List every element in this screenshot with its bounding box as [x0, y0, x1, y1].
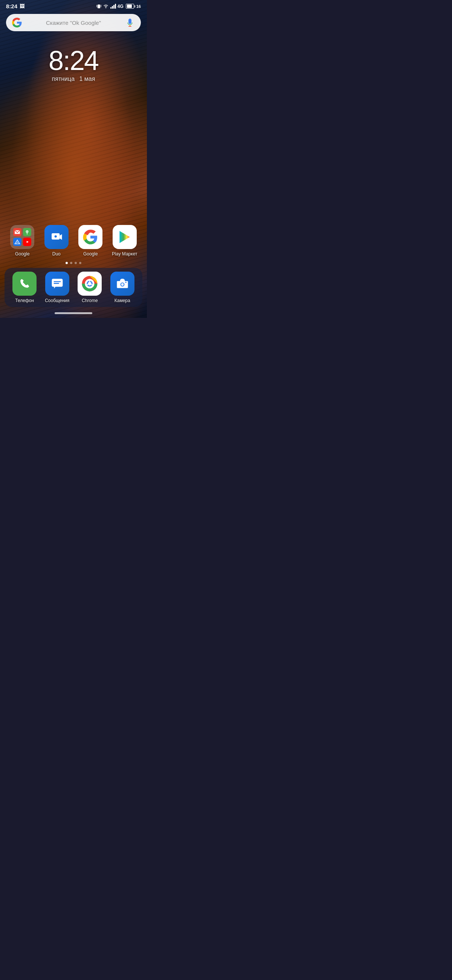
dock-app-grid: Телефон Сообщения — [8, 272, 139, 303]
dot-3[interactable] — [75, 262, 77, 264]
app-phone[interactable]: Телефон — [9, 272, 40, 303]
folder-youtube — [23, 238, 31, 246]
svg-rect-0 — [97, 5, 100, 8]
svg-point-9 — [27, 231, 28, 232]
app-google-folder[interactable]: Google — [6, 225, 39, 256]
app-label-play-market: Play Маркет — [112, 251, 137, 256]
messages-icon — [45, 272, 69, 296]
vibrate-icon — [96, 4, 101, 9]
dot-1[interactable] — [65, 262, 68, 264]
svg-rect-6 — [129, 25, 130, 26]
svg-point-26 — [121, 283, 123, 286]
image-icon: 🖼 — [19, 3, 24, 9]
camera-icon — [110, 272, 134, 296]
svg-point-27 — [125, 282, 126, 283]
clock-date-text: 1 мая — [80, 76, 95, 82]
clock-date: пятница 1 мая — [52, 76, 95, 83]
app-label-google-folder: Google — [15, 251, 30, 256]
dot-4[interactable] — [79, 262, 81, 264]
dock: Телефон Сообщения — [5, 268, 142, 307]
folder-maps — [23, 228, 31, 236]
app-label-chrome: Chrome — [82, 298, 98, 303]
app-chrome[interactable]: Chrome — [74, 272, 105, 303]
svg-rect-1 — [96, 5, 97, 6]
chrome-icon — [78, 272, 102, 296]
google-app-icon — [78, 225, 102, 249]
svg-rect-7 — [128, 26, 131, 27]
dot-2[interactable] — [70, 262, 72, 264]
clock-area: 8:24 пятница 1 мая — [0, 36, 147, 225]
clock-time: 8:24 — [49, 47, 98, 74]
app-messages[interactable]: Сообщения — [42, 272, 73, 303]
app-duo[interactable]: Duo — [40, 225, 73, 256]
svg-rect-13 — [52, 279, 62, 287]
folder-gmail — [13, 228, 21, 236]
svg-point-19 — [88, 282, 91, 285]
svg-rect-3 — [101, 5, 101, 6]
app-camera[interactable]: Камера — [107, 272, 138, 303]
svg-point-12 — [54, 235, 56, 237]
app-play-market[interactable]: Play Маркет — [109, 225, 141, 256]
battery-icon — [126, 4, 134, 9]
app-label-duo: Duo — [52, 251, 61, 256]
search-placeholder[interactable]: Скажите "Ok Google" — [26, 19, 121, 26]
app-grid-area: Google Duo — [0, 225, 147, 256]
page-dots — [0, 256, 147, 268]
search-bar[interactable]: Скажите "Ok Google" — [6, 14, 141, 31]
phone-icon — [13, 272, 37, 296]
battery-level: 16 — [136, 4, 141, 9]
clock-day: пятница — [52, 76, 75, 82]
wifi-icon — [103, 4, 109, 9]
svg-rect-4 — [101, 6, 101, 7]
network-type: 4G — [118, 4, 123, 9]
folder-drive — [13, 238, 21, 246]
app-label-google: Google — [83, 251, 98, 256]
app-label-camera: Камера — [115, 298, 130, 303]
google-logo — [12, 18, 22, 27]
signal-icon — [110, 4, 116, 9]
app-grid: Google Duo — [5, 225, 142, 256]
app-label-messages: Сообщения — [45, 298, 69, 303]
app-google[interactable]: Google — [74, 225, 107, 256]
mic-icon[interactable] — [125, 18, 135, 27]
duo-icon — [45, 225, 69, 249]
status-bar: 8:24 🖼 — [0, 0, 147, 11]
home-indicator[interactable] — [0, 310, 147, 318]
status-time: 8:24 — [6, 3, 18, 10]
svg-point-5 — [105, 7, 106, 8]
play-market-icon — [113, 225, 137, 249]
status-icons: 4G 16 — [96, 4, 141, 9]
app-label-phone: Телефон — [15, 298, 34, 303]
svg-rect-24 — [121, 279, 124, 280]
folder-icon — [10, 225, 34, 249]
svg-rect-2 — [96, 6, 97, 7]
home-bar — [54, 312, 92, 314]
